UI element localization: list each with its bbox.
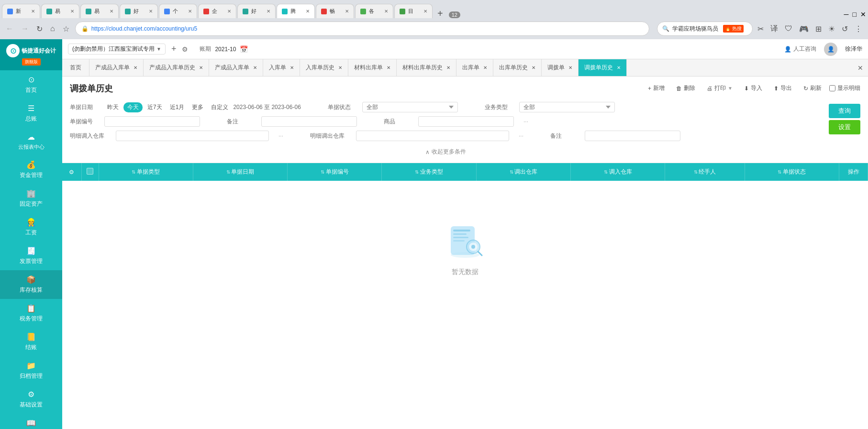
goods-input[interactable] [418, 116, 514, 127]
forward-button[interactable]: → [19, 22, 31, 35]
new-button[interactable]: + 新增 [644, 82, 668, 94]
date-today-button[interactable]: 今天 [123, 102, 143, 112]
th-doc-date[interactable]: ⇅ 单据日期 [193, 163, 287, 181]
goods-dots-button[interactable]: ··· [523, 118, 528, 125]
more-menu-button[interactable]: ⋮ [853, 22, 864, 35]
th-handler[interactable]: ⇅ 经手人 [665, 163, 745, 181]
th-checkbox[interactable] [81, 163, 99, 181]
note-input[interactable] [585, 131, 680, 141]
browser-tab-3[interactable]: 易 ✕ [80, 4, 119, 18]
tab-transfer[interactable]: 调拨单 ✕ [542, 59, 579, 77]
company-settings-button[interactable]: ⚙ [182, 45, 188, 53]
maximize-button[interactable]: □ [853, 11, 857, 18]
tab-close-icon[interactable]: ✕ [199, 65, 203, 70]
date-7days-button[interactable]: 近7天 [145, 102, 165, 112]
tab-finished-in-2[interactable]: 产成品入库单 ✕ [209, 59, 263, 77]
tab-close-icon[interactable]: ✕ [227, 9, 231, 14]
back-button[interactable]: ← [4, 22, 15, 35]
sidebar-item-wages[interactable]: 👷 工资 [0, 213, 62, 242]
collapse-button[interactable]: ∧ 收起更多条件 [425, 148, 466, 156]
history-back-button[interactable]: ↺ [840, 22, 850, 35]
tab-close-icon[interactable]: ✕ [568, 65, 572, 70]
th-out-warehouse[interactable]: ⇅ 调出仓库 [476, 163, 570, 181]
apps-button[interactable]: ⊞ [813, 22, 823, 35]
date-custom-button[interactable]: 自定义 [208, 102, 231, 112]
tab-close-icon[interactable]: ✕ [306, 9, 310, 14]
settings-button[interactable]: 设置 [829, 120, 860, 134]
shield-button[interactable]: 🛡 [783, 22, 794, 35]
tab-close-icon[interactable]: ✕ [345, 9, 349, 14]
detail-in-input[interactable] [116, 131, 269, 141]
tab-finished-in[interactable]: 产成品入库单 ✕ [89, 59, 144, 77]
address-text[interactable]: https://cloud.chanjet.com/accounting/uru… [91, 25, 643, 32]
import-button[interactable]: ⬇ 导入 [740, 82, 766, 94]
detail-out-input[interactable] [356, 131, 509, 141]
tab-material-out[interactable]: 材料出库单 ✕ [348, 59, 397, 77]
delete-button[interactable]: 🗑 删除 [672, 82, 699, 94]
tab-close-icon[interactable]: ✕ [253, 65, 257, 70]
export-button[interactable]: ⬆ 导出 [770, 82, 796, 94]
browser-tab-9[interactable]: 畅 ✕ [316, 4, 354, 18]
sidebar-item-fund[interactable]: 💰 资金管理 [0, 155, 62, 184]
date-yesterday-button[interactable]: 昨天 [104, 102, 122, 112]
tab-close-icon[interactable]: ✕ [149, 9, 153, 14]
tab-close-icon[interactable]: ✕ [423, 9, 427, 14]
tab-close-icon[interactable]: ✕ [134, 65, 137, 70]
gear-icon[interactable]: ⚙ [69, 169, 74, 176]
browser-tab-11[interactable]: 目 ✕ [394, 4, 433, 18]
th-doc-num[interactable]: ⇅ 单据编号 [288, 163, 382, 181]
add-company-button[interactable]: + [169, 44, 178, 54]
minimize-button[interactable]: ─ [844, 11, 849, 18]
th-gear[interactable]: ⚙ [62, 163, 81, 181]
date-1month-button[interactable]: 近1月 [167, 102, 188, 112]
avatar[interactable]: 👤 [824, 43, 837, 56]
sidebar-item-invoice[interactable]: 🧾 发票管理 [0, 242, 62, 270]
biz-type-select[interactable]: 全部 [519, 102, 615, 112]
display-checkbox[interactable] [829, 85, 835, 91]
tab-close-icon[interactable]: ✕ [446, 65, 450, 70]
game-button[interactable]: 🎮 [797, 22, 811, 35]
remark-input[interactable] [261, 116, 357, 127]
browser-tab-8[interactable]: 腾 ✕ [277, 4, 315, 18]
date-more-button[interactable]: 更多 [189, 102, 206, 112]
sidebar-item-home[interactable]: ⊙ 首页 [0, 70, 62, 99]
sidebar-item-fixed-assets[interactable]: 🏢 固定资产 [0, 184, 62, 213]
tab-transfer-history[interactable]: 调拨单历史 ✕ [579, 59, 627, 77]
tab-close-icon[interactable]: ✕ [31, 9, 35, 14]
display-toggle[interactable]: 显示明细 [829, 84, 860, 92]
reload-button[interactable]: ↻ [34, 22, 45, 35]
browser-tab-4[interactable]: 好 ✕ [120, 4, 158, 18]
tab-out-order[interactable]: 出库单 ✕ [456, 59, 493, 77]
browser-tab-7[interactable]: 好 ✕ [237, 4, 276, 18]
tab-close-icon[interactable]: ✕ [387, 65, 390, 70]
doc-num-input[interactable] [104, 116, 200, 127]
tab-close-icon[interactable]: ✕ [483, 65, 487, 70]
tab-close-icon[interactable]: ✕ [110, 9, 113, 14]
scissors-button[interactable]: ✂ [756, 22, 766, 35]
tab-out-order-history[interactable]: 出库单历史 ✕ [493, 59, 542, 77]
translate-button[interactable]: 译 [768, 22, 780, 36]
company-selector[interactable]: (勿删勿禁用）江西服宝测试专用 ▼ [68, 44, 166, 55]
tab-in-order[interactable]: 入库单 ✕ [263, 59, 300, 77]
sidebar-item-basic-settings[interactable]: ⚙ 基础设置 [0, 385, 62, 414]
browser-tab-1[interactable]: 新 ✕ [2, 4, 40, 18]
sidebar-item-tax[interactable]: 📋 税务管理 [0, 299, 62, 328]
user-service-button[interactable]: 👤 人工咨询 [784, 45, 816, 53]
sidebar-item-archive[interactable]: 📁 归档管理 [0, 356, 62, 385]
browser-tab-10[interactable]: 各 ✕ [355, 4, 393, 18]
print-button[interactable]: 🖨 打印 ▼ [703, 82, 736, 94]
new-tab-button[interactable]: + [434, 9, 447, 18]
tab-finished-in-history[interactable]: 产成品入库单历史 ✕ [144, 59, 209, 77]
tab-material-out-history[interactable]: 材料出库单历史 ✕ [397, 59, 456, 77]
tab-in-order-history[interactable]: 入库单历史 ✕ [300, 59, 348, 77]
header-checkbox[interactable] [87, 168, 93, 175]
tab-close-icon[interactable]: ✕ [384, 9, 388, 14]
th-biz-type[interactable]: ⇅ 业务类型 [382, 163, 476, 181]
browser-tab-2[interactable]: 易 ✕ [41, 4, 79, 18]
bookmark-button[interactable]: ☆ [61, 22, 71, 35]
detail-in-dots-button[interactable]: ··· [278, 132, 283, 139]
th-doc-type[interactable]: ⇅ 单据类型 [99, 163, 193, 181]
sidebar-item-ledger[interactable]: ☰ 总账 [0, 99, 62, 128]
browser-tab-5[interactable]: 个 ✕ [159, 4, 197, 18]
th-doc-status[interactable]: ⇅ 单据状态 [745, 163, 839, 181]
